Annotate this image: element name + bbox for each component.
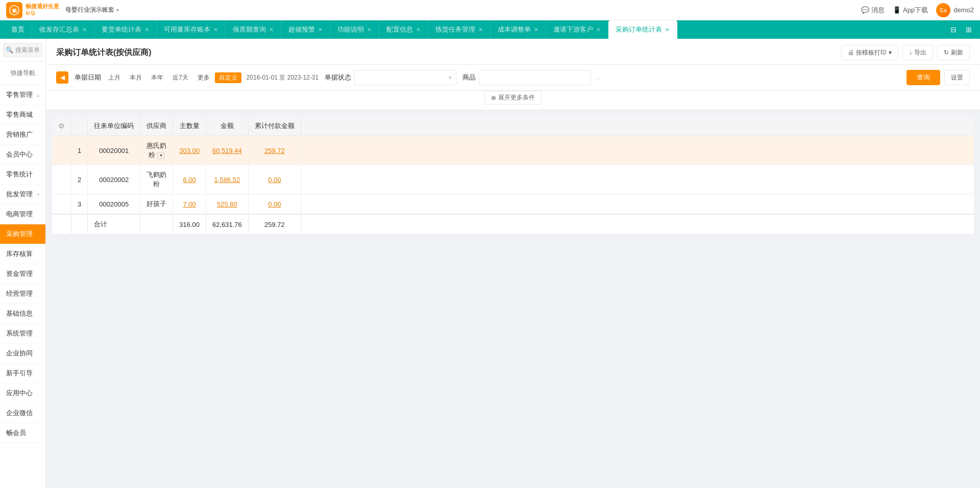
date-this-month-button[interactable]: 本月 bbox=[126, 72, 146, 83]
nav-window-restore-button[interactable]: ⊟ bbox=[946, 22, 961, 37]
row-num-cell: 3 bbox=[71, 194, 88, 215]
tab-function-desc-close[interactable]: ✕ bbox=[367, 27, 372, 33]
query-button[interactable]: 查询 bbox=[906, 70, 940, 85]
row-main-qty-cell[interactable]: 303.00 bbox=[173, 136, 206, 165]
message-button[interactable]: 💬 消息 bbox=[861, 6, 885, 15]
sidebar-item-retail-mgmt[interactable]: 零售管理 ▴ bbox=[0, 85, 45, 105]
col-paid-amount-header: 累计付款金额 bbox=[248, 116, 301, 136]
tab-shelf-life-label: 保质期查询 bbox=[233, 25, 266, 34]
sidebar-item-finance-mgmt[interactable]: 资金管理 bbox=[0, 264, 45, 284]
sidebar-item-member-center[interactable]: 会员中心 bbox=[0, 145, 45, 165]
tab-receive-summary-close[interactable]: ✕ bbox=[82, 27, 87, 33]
status-select-chevron: ▾ bbox=[449, 74, 452, 81]
sidebar-item-operation-mgmt[interactable]: 经营管理 bbox=[0, 284, 45, 304]
status-select[interactable]: ▾ bbox=[354, 70, 456, 85]
tab-order-summary[interactable]: 要货单统计表 ✕ bbox=[94, 20, 157, 39]
quick-nav-button[interactable]: 快捷导航 bbox=[3, 66, 42, 81]
tab-config-info[interactable]: 配置信息 ✕ bbox=[379, 20, 428, 39]
chevron-down-icon: ▾ bbox=[37, 192, 39, 197]
tab-purchase-summary-close[interactable]: ✕ bbox=[665, 27, 670, 33]
tab-cost-adjust-close[interactable]: ✕ bbox=[534, 27, 538, 33]
tab-task-mgmt-close[interactable]: ✕ bbox=[478, 27, 483, 33]
search-menu-button[interactable]: 🔍 搜索菜单 bbox=[3, 43, 42, 57]
sidebar-item-marketing[interactable]: 营销推广 bbox=[0, 125, 45, 145]
tab-home[interactable]: 首页 bbox=[4, 20, 32, 39]
row-amount-cell[interactable]: 1,586.52 bbox=[206, 165, 249, 194]
row-num-cell: 1 bbox=[71, 136, 88, 165]
sidebar-item-ecommerce-mgmt[interactable]: 电商管理 bbox=[0, 204, 45, 224]
tab-available-stock[interactable]: 可用量库存账本 ✕ bbox=[157, 20, 226, 39]
search-menu-label: 搜索菜单 bbox=[15, 46, 40, 55]
row-paid-amount-cell[interactable]: 259.72 bbox=[248, 136, 301, 165]
settings-button[interactable]: 设置 bbox=[944, 70, 970, 85]
row-main-qty-cell[interactable]: 7.00 bbox=[173, 194, 206, 215]
nav-window-maximize-button[interactable]: ⊞ bbox=[962, 22, 976, 37]
tab-shelf-life[interactable]: 保质期查询 ✕ bbox=[226, 20, 281, 39]
date-custom-tag[interactable]: 自定义 bbox=[215, 72, 241, 83]
expand-icon: ▾ bbox=[157, 152, 164, 159]
tab-config-info-close[interactable]: ✕ bbox=[416, 27, 421, 33]
goods-more-icon[interactable]: … bbox=[594, 74, 600, 81]
row-supplier-code-cell: 00020002 bbox=[88, 165, 140, 194]
date-last-7days-button[interactable]: 近7天 bbox=[168, 72, 192, 83]
tab-function-desc-label: 功能说明 bbox=[337, 25, 364, 34]
tab-purchase-summary[interactable]: 采购订单统计表 ✕ bbox=[608, 20, 677, 39]
date-last-month-button[interactable]: 上月 bbox=[104, 72, 125, 83]
table-row: 2 00020002 飞鹤奶粉 6.00 1,586.52 0.00 bbox=[52, 165, 974, 194]
filter-collapse-button[interactable]: ◀ bbox=[56, 71, 68, 84]
row-paid-amount-cell[interactable]: 0.00 bbox=[248, 165, 301, 194]
print-button[interactable]: 🖨 按模板打印 ▾ bbox=[841, 45, 898, 60]
tab-cost-adjust[interactable]: 成本调整单 ✕ bbox=[491, 20, 546, 39]
footer-rownum-cell bbox=[71, 214, 88, 235]
date-this-year-button[interactable]: 本年 bbox=[147, 72, 167, 83]
refresh-button[interactable]: ↻ 刷新 bbox=[937, 45, 970, 60]
sidebar-item-purchase-mgmt[interactable]: 采购管理 bbox=[0, 224, 45, 244]
sidebar-item-basic-info-label: 基础信息 bbox=[6, 309, 33, 318]
svg-text:畅: 畅 bbox=[12, 8, 17, 13]
sidebar-item-inventory-check[interactable]: 库存核算 bbox=[0, 244, 45, 264]
row-main-qty-cell[interactable]: 6.00 bbox=[173, 165, 206, 194]
sidebar-item-retail-shop[interactable]: 零售商城 bbox=[0, 105, 45, 125]
sidebar-item-system-mgmt[interactable]: 系统管理 bbox=[0, 324, 45, 344]
tab-available-stock-close[interactable]: ✕ bbox=[213, 27, 218, 33]
tab-order-summary-close[interactable]: ✕ bbox=[144, 27, 149, 33]
tab-function-desc[interactable]: 功能说明 ✕ bbox=[330, 20, 379, 39]
sidebar-item-app-center-label: 应用中心 bbox=[6, 389, 33, 398]
sidebar-item-app-center[interactable]: 应用中心 bbox=[0, 383, 45, 403]
table-row: 3 00020005 好孩子 7.00 525.80 0.00 bbox=[52, 194, 974, 215]
breadcrumb-select[interactable]: 母婴行业演示账套 ▾ bbox=[65, 6, 119, 14]
sidebar-item-new-user-guide[interactable]: 新手引导 bbox=[0, 364, 45, 383]
sidebar-item-enterprise-collab[interactable]: 企业协同 bbox=[0, 344, 45, 364]
goods-search-input[interactable] bbox=[479, 70, 591, 85]
tab-shelf-life-close[interactable]: ✕ bbox=[269, 27, 274, 33]
user-area[interactable]: Ea demo2 bbox=[936, 3, 974, 17]
row-amount-cell[interactable]: 60,519.44 bbox=[206, 136, 249, 165]
sidebar-item-wholesale-mgmt[interactable]: 批发管理 ▾ bbox=[0, 185, 45, 204]
sidebar-item-retail-stats[interactable]: 零售统计 bbox=[0, 165, 45, 185]
tab-available-stock-label: 可用量库存账本 bbox=[164, 25, 210, 34]
expand-more-conditions-button[interactable]: ⊕ 展开更多条件 bbox=[484, 91, 542, 105]
sidebar-item-basic-info[interactable]: 基础信息 bbox=[0, 304, 45, 324]
sidebar-item-member-center-label: 会员中心 bbox=[6, 150, 33, 159]
tab-overstock-warning[interactable]: 超储预警 ✕ bbox=[281, 20, 330, 39]
tab-overstock-warning-close[interactable]: ✕ bbox=[318, 27, 323, 33]
tab-invite-downstream[interactable]: 邀请下游客户 ✕ bbox=[546, 20, 608, 39]
row-amount-cell[interactable]: 525.80 bbox=[206, 194, 249, 215]
page-title: 采购订单统计表(按供应商) bbox=[56, 47, 152, 58]
sidebar-item-enterprise-wechat[interactable]: 企业微信 bbox=[0, 403, 45, 423]
app-download-button[interactable]: 📱 App下载 bbox=[893, 6, 928, 15]
tab-task-mgmt[interactable]: 拣货任务管理 ✕ bbox=[428, 20, 491, 39]
tab-invite-downstream-close[interactable]: ✕ bbox=[596, 27, 601, 33]
goods-filter-label: 商品 bbox=[462, 73, 476, 82]
row-paid-amount-cell[interactable]: 0.00 bbox=[248, 194, 301, 215]
sidebar-item-member[interactable]: 畅会员 bbox=[0, 423, 45, 443]
logo-icon: 畅 bbox=[6, 2, 22, 18]
column-settings-icon[interactable]: ⚙ bbox=[58, 122, 65, 130]
export-button[interactable]: ↓ 导出 bbox=[902, 45, 933, 60]
tab-receive-summary[interactable]: 收发存汇总表 ✕ bbox=[32, 20, 94, 39]
date-more-button[interactable]: 更多 bbox=[193, 72, 214, 83]
sidebar-item-retail-stats-label: 零售统计 bbox=[6, 170, 33, 179]
date-range-display: 2016-01-01 至 2023-12-31 bbox=[247, 73, 318, 82]
filter-bar-expand: ⊕ 展开更多条件 bbox=[46, 91, 980, 110]
print-label: 按模板打印 bbox=[856, 48, 887, 57]
